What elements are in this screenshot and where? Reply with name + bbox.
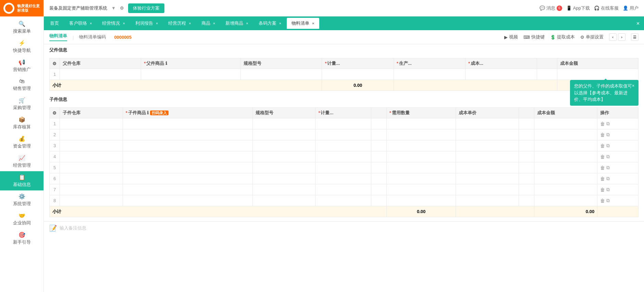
message-btn[interactable]: 💬 消息 6 <box>540 5 562 11</box>
child-spec-cell[interactable] <box>252 151 315 162</box>
child-unit-cost-cell[interactable] <box>456 173 519 184</box>
sidebar-item-basic[interactable]: 📋 基础信息 <box>0 171 44 190</box>
child-spec-cell[interactable] <box>252 195 315 206</box>
copy-icon[interactable]: ⧉ <box>606 154 610 160</box>
sidebar-item-enterprise[interactable]: 🤝 企业协同 <box>0 210 44 229</box>
child-goods-cell[interactable] <box>123 184 252 195</box>
child-unit-cell[interactable] <box>315 151 371 162</box>
sidebar-item-guide[interactable]: 🎯 新手引导 <box>0 229 44 248</box>
child-unit-cost-cell[interactable] <box>456 184 519 195</box>
child-spec-cell[interactable] <box>252 129 315 140</box>
tab-close-icon[interactable]: × <box>312 21 314 25</box>
tab-close-icon[interactable]: × <box>90 21 92 25</box>
delete-icon[interactable]: 🗑 <box>600 165 605 171</box>
child-warehouse-cell[interactable] <box>60 173 123 184</box>
child-need-qty-cell[interactable] <box>386 195 456 206</box>
tab-close-icon[interactable]: × <box>189 21 191 25</box>
child-goods-cell[interactable] <box>123 195 252 206</box>
child-need-qty-cell[interactable] <box>386 129 456 140</box>
close-all-btn[interactable]: ✕ <box>633 21 643 26</box>
sidebar-item-marketing[interactable]: 📢 营销推广 <box>0 56 44 75</box>
child-unit-cell[interactable] <box>315 184 371 195</box>
child-need-qty-cell[interactable] <box>386 151 456 162</box>
tab-close-icon[interactable]: × <box>279 21 281 25</box>
list-view-btn[interactable]: ☰ <box>631 33 639 41</box>
next-btn[interactable]: › <box>618 33 626 41</box>
copy-icon[interactable]: ⧉ <box>606 121 610 127</box>
child-goods-cell[interactable] <box>123 173 252 184</box>
sidebar-item-finance[interactable]: 💰 资金管理 <box>0 133 44 152</box>
tab-home[interactable]: 首页 <box>45 18 64 29</box>
tab-close-icon[interactable]: × <box>156 21 158 25</box>
tab-close-icon[interactable]: × <box>246 21 248 25</box>
sub-tab-code[interactable]: 物料清单编码 <box>79 34 106 40</box>
shortcut-btn[interactable]: ⌨ 快捷键 <box>523 34 545 40</box>
child-unit-cell[interactable] <box>315 173 371 184</box>
sidebar-item-quick-nav[interactable]: ⚡ 快捷导航 <box>0 37 44 56</box>
tab-profit[interactable]: 利润报告 × <box>131 18 163 29</box>
child-unit-cost-cell[interactable] <box>456 162 519 173</box>
delete-icon[interactable]: 🗑 <box>600 121 605 127</box>
tooltip-close-btn[interactable]: × <box>632 83 634 89</box>
child-warehouse-cell[interactable] <box>60 140 123 151</box>
th-gear-child[interactable]: ⚙ <box>50 108 60 118</box>
tab-barcode[interactable]: 条码方案 × <box>254 18 286 29</box>
copy-icon[interactable]: ⧉ <box>606 198 610 203</box>
child-need-qty-cell[interactable] <box>386 118 456 129</box>
sidebar-item-inventory[interactable]: 📦 库存核算 <box>0 114 44 133</box>
child-unit-cost-cell[interactable] <box>456 140 519 151</box>
tab-new-goods[interactable]: 新增商品 × <box>221 18 253 29</box>
user-btn[interactable]: 👤 用户 <box>623 5 639 11</box>
sidebar-item-system[interactable]: ⚙️ 系统管理 <box>0 190 44 210</box>
child-unit-cell[interactable] <box>315 162 371 173</box>
unit-cell[interactable] <box>322 69 394 80</box>
child-warehouse-cell[interactable] <box>60 151 123 162</box>
child-unit-cost-cell[interactable] <box>456 195 519 206</box>
prev-btn[interactable]: ‹ <box>609 33 617 41</box>
sub-tab-bom[interactable]: 物料清单 <box>49 33 67 41</box>
sidebar-item-search[interactable]: 🔍 搜索菜单 <box>0 18 44 37</box>
tab-history[interactable]: 经营历程 × <box>163 18 196 29</box>
copy-icon[interactable]: ⧉ <box>606 132 610 138</box>
spec-cell[interactable] <box>241 69 322 80</box>
view-btn[interactable]: ▶ 视频 <box>504 34 518 40</box>
delete-icon[interactable]: 🗑 <box>600 132 605 138</box>
sidebar-item-sales[interactable]: 🛍 销售管理 <box>0 75 44 94</box>
delete-icon[interactable]: 🗑 <box>600 176 605 182</box>
tab-close-icon[interactable]: × <box>213 21 215 25</box>
child-spec-cell[interactable] <box>252 118 315 129</box>
copy-icon[interactable]: ⧉ <box>606 143 610 149</box>
sidebar-item-purchase[interactable]: 🛒 采购管理 <box>0 94 44 114</box>
child-goods-cell[interactable] <box>123 118 252 129</box>
child-need-qty-cell[interactable] <box>386 162 456 173</box>
child-warehouse-cell[interactable] <box>60 162 123 173</box>
child-unit-cost-cell[interactable] <box>456 118 519 129</box>
child-warehouse-cell[interactable] <box>60 184 123 195</box>
cost-cell[interactable] <box>466 69 537 80</box>
tab-close-icon[interactable]: × <box>123 21 125 25</box>
child-goods-cell[interactable] <box>123 162 252 173</box>
child-unit-cost-cell[interactable] <box>456 151 519 162</box>
copy-icon[interactable]: ⧉ <box>606 187 610 192</box>
child-unit-cell[interactable] <box>315 140 371 151</box>
delete-icon[interactable]: 🗑 <box>600 143 605 149</box>
child-need-qty-cell[interactable] <box>386 173 456 184</box>
child-unit-cell[interactable] <box>315 118 371 129</box>
copy-icon[interactable]: ⧉ <box>606 176 610 182</box>
child-goods-cell[interactable] <box>123 151 252 162</box>
produce-cell[interactable] <box>394 69 465 80</box>
child-unit-cell[interactable] <box>315 129 371 140</box>
child-goods-cell[interactable] <box>123 129 252 140</box>
gear-icon[interactable]: ⚙ <box>120 5 124 11</box>
child-unit-cost-cell[interactable] <box>456 129 519 140</box>
child-spec-cell[interactable] <box>252 184 315 195</box>
tab-customer[interactable]: 客户联络 × <box>64 18 97 29</box>
parent-goods-cell[interactable] <box>141 69 241 80</box>
tab-goods[interactable]: 商品 × <box>197 18 220 29</box>
cost-btn[interactable]: 💲 提取成本 <box>550 34 575 40</box>
copy-icon[interactable]: ⧉ <box>606 165 610 171</box>
app-download-btn[interactable]: 📱 App下载 <box>566 5 590 11</box>
th-gear[interactable]: ⚙ <box>50 58 60 69</box>
online-service-btn[interactable]: 🎧 在线客服 <box>594 5 619 11</box>
child-spec-cell[interactable] <box>252 162 315 173</box>
